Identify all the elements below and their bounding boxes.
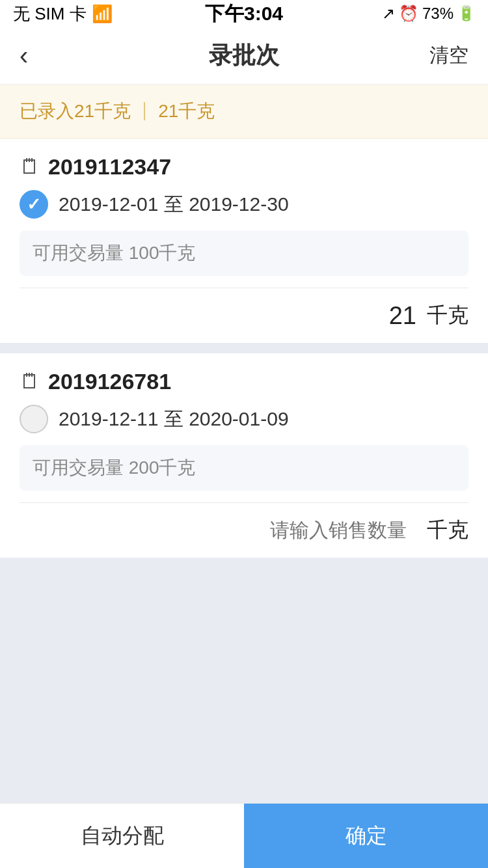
location-icon: ↗ [382,5,395,23]
confirm-button[interactable]: 确定 [244,804,488,868]
batch-date-row-1: 2019-12-01 至 2019-12-30 [20,190,468,219]
batch-amount-value-1: 21 [389,302,416,330]
batch-checkbox-2[interactable] [20,405,48,433]
wifi-icon: 📶 [92,4,113,24]
batch-doc-icon-2: 🗒 [20,370,40,394]
info-banner: 已录入21千克 21千克 [0,85,488,139]
batch-qty-box-1: 可用交易量 100千克 [20,230,468,276]
batch-number-2: 2019126781 [48,369,171,394]
alarm-icon: ⏰ [399,5,418,23]
batch-card-2: 🗒 2019126781 2019-12-11 至 2020-01-09 可用交… [0,353,488,558]
status-left: 无 SIM 卡 📶 [13,3,113,25]
batch-number-1: 2019112347 [48,154,171,180]
batch-input-unit-2: 千克 [427,516,468,545]
batch-date-2: 2019-12-11 至 2020-01-09 [59,406,289,433]
content-wrapper: 已录入21千克 21千克 🗒 2019112347 2019-12-01 至 2… [0,85,488,818]
gray-spacer [0,558,488,818]
status-bar: 无 SIM 卡 📶 下午3:04 ↗ ⏰ 73% 🔋 [0,0,488,27]
batch-header-1: 🗒 2019112347 [20,154,468,180]
batch-date-row-2: 2019-12-11 至 2020-01-09 [20,405,468,433]
back-button[interactable]: ‹ [20,41,28,70]
batch-amount-unit-1: 千克 [427,301,468,330]
recorded-qty: 已录入21千克 [20,99,131,124]
nav-bar: ‹ 录批次 清空 [0,27,488,85]
batch-input-row-2: 千克 [20,502,468,558]
batch-card-1: 🗒 2019112347 2019-12-01 至 2019-12-30 可用交… [0,139,488,343]
page-title: 录批次 [209,40,279,72]
batch-qty-box-2: 可用交易量 200千克 [20,445,468,491]
batch-available-qty-2: 可用交易量 200千克 [33,457,196,478]
batch-doc-icon-1: 🗒 [20,155,40,179]
batch-header-2: 🗒 2019126781 [20,369,468,394]
batch-qty-input-2[interactable] [20,519,416,541]
batch-date-1: 2019-12-01 至 2019-12-30 [59,191,289,218]
bottom-bar: 自动分配 确定 [0,803,488,868]
battery-text: 73% [422,5,454,23]
clear-button[interactable]: 清空 [429,42,468,69]
auto-distribute-button[interactable]: 自动分配 [0,804,244,868]
batch-available-qty-1: 可用交易量 100千克 [33,243,196,263]
separator-1 [0,343,488,353]
info-divider [144,102,145,120]
batch-amount-row-1: 21 千克 [20,288,468,343]
total-qty: 21千克 [158,99,215,124]
batch-checkbox-1[interactable] [20,190,48,219]
carrier-text: 无 SIM 卡 [13,3,87,25]
battery-icon: 🔋 [457,5,475,22]
status-time: 下午3:04 [205,1,283,27]
status-right: ↗ ⏰ 73% 🔋 [382,5,475,23]
